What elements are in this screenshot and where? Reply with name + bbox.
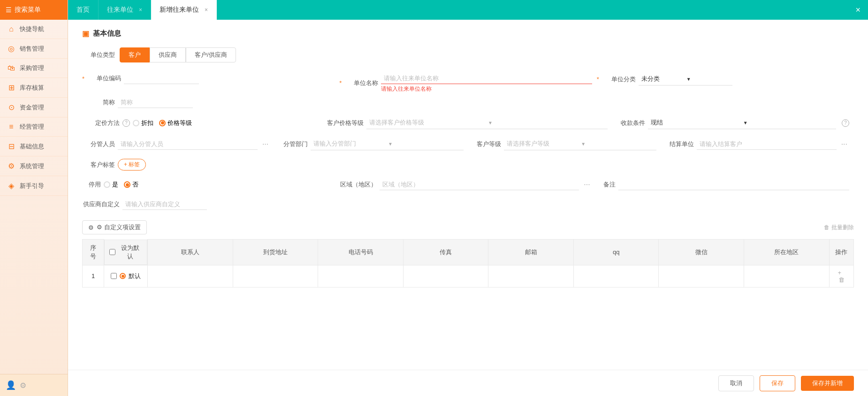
add-row-btn[interactable]: + [838, 269, 841, 276]
select-all-checkbox[interactable] [109, 249, 115, 255]
cancel-button[interactable]: 取消 [718, 375, 754, 391]
settlement-more-btn[interactable]: ··· [839, 140, 849, 148]
cell-qq[interactable] [573, 265, 659, 287]
save-button[interactable]: 保存 [760, 375, 795, 391]
fax-input[interactable] [408, 272, 484, 280]
sidebar-search-label: 搜索菜单 [15, 6, 41, 14]
sidebar-item-purchase[interactable]: 🛍 采购管理 [0, 59, 68, 78]
manager-field: 分管人员 ··· [82, 139, 275, 150]
custom-settings-bar: ⚙ ⚙ 自定义项设置 🗑 批量删除 [82, 220, 854, 234]
manager-more-btn[interactable]: ··· [260, 140, 270, 148]
tab-partners[interactable]: 往来单位 × [99, 0, 151, 20]
delete-row-btn[interactable]: 🗑 [838, 276, 845, 283]
sidebar-item-label: 基础信息 [20, 142, 44, 151]
type-btn-both[interactable]: 客户/供应商 [186, 47, 236, 62]
qq-input[interactable] [579, 272, 654, 280]
code-required-star: * [82, 75, 84, 82]
region-more-btn[interactable]: ··· [582, 180, 592, 189]
name-required-star: * [339, 79, 342, 86]
sidebar-item-finance[interactable]: ⊙ 资金管理 [0, 98, 68, 117]
short-name-input[interactable] [118, 97, 193, 108]
region-table-input[interactable] [749, 272, 824, 280]
default-radio[interactable] [120, 273, 126, 279]
disabled-yes-label: 是 [112, 180, 118, 189]
phone-input[interactable] [323, 272, 398, 280]
pricing-discount-option[interactable]: 折扣 [133, 119, 153, 127]
disabled-no-radio[interactable] [124, 181, 130, 188]
disabled-yes-option[interactable]: 是 [104, 180, 118, 189]
tab-new-partner-label: 新增往来单位 [160, 6, 199, 14]
pricing-discount-radio[interactable] [133, 120, 139, 126]
notes-input[interactable] [618, 179, 849, 190]
disabled-no-label: 否 [132, 180, 138, 189]
cell-contact[interactable] [148, 265, 233, 287]
type-btn-supplier[interactable]: 供应商 [150, 47, 186, 62]
cell-wechat[interactable] [659, 265, 744, 287]
tab-home[interactable]: 首页 [68, 0, 99, 20]
tab-new-partner[interactable]: 新增往来单位 × [151, 0, 217, 20]
supplier-custom-input[interactable] [122, 199, 207, 210]
save-add-button[interactable]: 保存并新增 [801, 376, 854, 391]
pricing-level-label: 价格等级 [168, 119, 192, 127]
tab-new-partner-close[interactable]: × [205, 7, 208, 13]
pricing-row: 定价方法 ? 折扣 价格等级 客户价格等级 [82, 116, 854, 129]
pricing-method-label: 定价方法 [82, 119, 120, 127]
customer-level-placeholder: 请选择客户等级 [507, 140, 579, 148]
cell-fax[interactable] [403, 265, 488, 287]
supplier-custom-row: 供应商自定义 [82, 199, 854, 210]
sidebar-item-sales[interactable]: ◎ 销售管理 [0, 39, 68, 59]
type-btn-customer[interactable]: 客户 [120, 47, 150, 62]
sidebar-item-label: 系统管理 [20, 162, 44, 171]
sidebar-search[interactable]: ☰ 搜索菜单 [0, 0, 68, 20]
sidebar-item-system[interactable]: ⚙ 系统管理 [0, 156, 68, 176]
table-header-row: 序号 设为默认 联系人 到货地址 电话号码 传真 邮箱 qq 微信 所在地区 操… [83, 240, 854, 265]
custom-settings-button[interactable]: ⚙ ⚙ 自定义项设置 [82, 220, 147, 234]
payment-terms-select[interactable]: 现结 ▼ [648, 116, 836, 129]
pricing-level-radio[interactable] [159, 120, 166, 126]
sidebar-item-operations[interactable]: ≡ 经营管理 [0, 117, 68, 137]
pricing-info-icon[interactable]: ? [122, 119, 130, 127]
window-close-button[interactable]: × [848, 0, 868, 20]
unit-code-input[interactable]: 000009 [124, 73, 199, 84]
unit-category-select[interactable]: 未分类 ▼ [639, 73, 732, 85]
email-input[interactable] [493, 272, 569, 280]
sidebar-item-guide[interactable]: ◈ 新手引导 [0, 176, 68, 196]
cell-phone[interactable] [318, 265, 404, 287]
customer-level-select[interactable]: 请选择客户等级 ▼ [504, 138, 656, 150]
sidebar-item-basic[interactable]: ⊟ 基础信息 [0, 137, 68, 156]
col-region: 所在地区 [744, 240, 829, 265]
batch-delete-button[interactable]: 🗑 批量删除 [824, 224, 854, 232]
settings-icon[interactable]: ⚙ [20, 381, 26, 390]
notes-label: 备注 [597, 180, 616, 189]
unit-name-input[interactable] [381, 73, 592, 84]
customer-level-field: 客户等级 请选择客户等级 ▼ [468, 138, 661, 150]
customer-price-placeholder: 请选择客户价格等级 [369, 118, 486, 127]
department-select[interactable]: 请输入分管部门 ▼ [311, 138, 463, 150]
content-area: ▣ 基本信息 单位类型 客户 供应商 客户/供应商 * 单位编码 000009 [68, 20, 868, 396]
disabled-yes-radio[interactable] [104, 181, 110, 188]
address-input[interactable] [238, 272, 313, 280]
row-checkbox[interactable] [111, 273, 117, 279]
tab-partners-close[interactable]: × [139, 7, 142, 13]
cell-region[interactable] [744, 265, 829, 287]
col-phone: 电话号码 [318, 240, 404, 265]
payment-info-icon[interactable]: ? [842, 119, 849, 127]
cell-email[interactable] [488, 265, 574, 287]
pricing-level-dot [161, 121, 164, 124]
pricing-level-option[interactable]: 价格等级 [159, 119, 192, 127]
manager-input[interactable] [118, 139, 258, 150]
sidebar: ☰ 搜索菜单 ⌂ 快捷导航 ◎ 销售管理 🛍 采购管理 ⊞ 库存核算 ⊙ 资金管… [0, 0, 68, 396]
col-fax: 传真 [403, 240, 488, 265]
sidebar-item-quick-nav[interactable]: ⌂ 快捷导航 [0, 20, 68, 39]
contact-input[interactable] [152, 272, 228, 280]
add-tag-button[interactable]: + 标签 [118, 159, 146, 171]
section-icon: ▣ [82, 29, 89, 38]
wechat-input[interactable] [663, 272, 739, 280]
region-input[interactable] [380, 179, 579, 190]
disabled-no-option[interactable]: 否 [124, 180, 138, 189]
sidebar-item-inventory[interactable]: ⊞ 库存核算 [0, 78, 68, 98]
customer-price-select[interactable]: 请选择客户价格等级 ▼ [366, 116, 608, 129]
cell-address[interactable] [233, 265, 318, 287]
unit-type-label: 单位类型 [82, 51, 115, 59]
settlement-input[interactable] [697, 139, 837, 150]
